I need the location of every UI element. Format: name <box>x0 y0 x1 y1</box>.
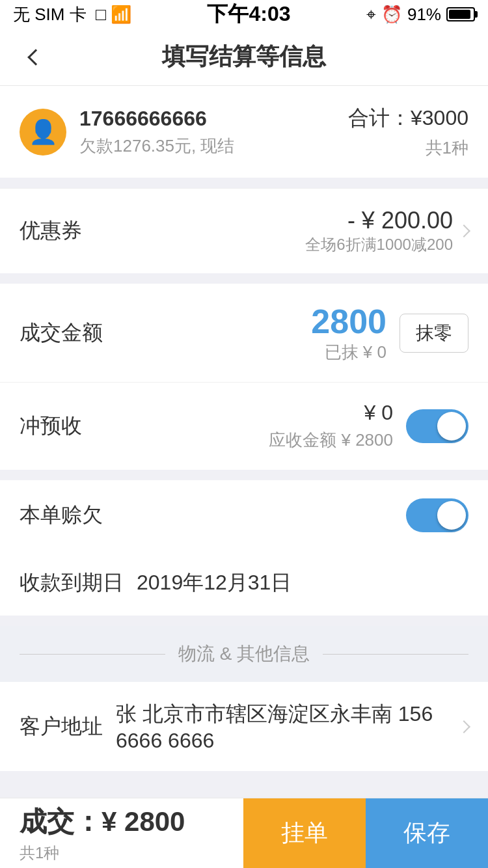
save-button[interactable]: 保存 <box>366 798 488 869</box>
bottom-summary: 成交：¥ 2800 共1种 <box>0 804 243 863</box>
debt-label: 本单赊欠 <box>20 501 103 530</box>
bottom-count: 共1种 <box>20 843 224 863</box>
customer-card: 👤 17666666666 欠款1276.35元, 现结 合计：¥3000 共1… <box>0 86 488 178</box>
total-count: 共1种 <box>348 137 468 159</box>
debt-section: 本单赊欠 收款到期日 2019年12月31日 <box>0 480 488 616</box>
address-value: 张 北京市市辖区海淀区永丰南 156 6666 6666 <box>116 700 459 753</box>
coupon-label: 优惠券 <box>20 217 82 245</box>
logistics-section-header: 物流 & 其他信息 <box>0 626 488 682</box>
coupon-desc: 全场6折满1000减200 <box>305 234 453 255</box>
status-bar: 无 SIM 卡 □ 📶 下午4:03 ⌖ ⏰ 91% <box>0 0 488 29</box>
deal-amount-label: 成交金额 <box>20 319 103 347</box>
page-title: 填写结算等信息 <box>52 41 436 73</box>
battery-percent: 91% <box>407 5 441 25</box>
deal-amount-col: 2800 已抹 ¥ 0 <box>311 302 386 364</box>
deal-sub: 已抹 ¥ 0 <box>311 341 386 364</box>
section-divider-1 <box>0 273 488 284</box>
round-zero-button[interactable]: 抹零 <box>400 314 468 353</box>
status-right: ⌖ ⏰ 91% <box>366 5 475 25</box>
coupon-right: - ¥ 200.00 全场6折满1000减200 <box>305 207 468 255</box>
customer-left: 👤 17666666666 欠款1276.35元, 现结 <box>20 107 234 157</box>
prepay-label: 冲预收 <box>20 412 82 441</box>
debt-toggle[interactable] <box>406 498 468 532</box>
logistics-label: 物流 & 其他信息 <box>178 642 310 666</box>
location-icon: ⌖ <box>366 5 376 25</box>
logistics-line-right <box>323 654 468 655</box>
deal-amount-row: 成交金额 2800 已抹 ¥ 0 抹零 <box>0 284 488 383</box>
deal-section: 成交金额 2800 已抹 ¥ 0 抹零 冲预收 ¥ 0 应收金额 ¥ 2800 <box>0 284 488 470</box>
logistics-line-left <box>20 654 165 655</box>
deal-amount-right: 2800 已抹 ¥ 0 抹零 <box>311 302 468 364</box>
address-chevron-icon <box>457 720 470 733</box>
total-amount: 合计：¥3000 <box>348 104 468 133</box>
bottom-bar: 成交：¥ 2800 共1种 挂单 保存 <box>0 798 488 868</box>
customer-right: 合计：¥3000 共1种 <box>348 104 468 159</box>
customer-debt: 欠款1276.35元, 现结 <box>79 135 234 157</box>
avatar-icon: 👤 <box>29 118 58 146</box>
coupon-discount: - ¥ 200.00 <box>305 207 453 234</box>
bottom-deal-label: 成交：¥ 2800 <box>20 804 224 840</box>
address-row[interactable]: 客户地址 张 北京市市辖区海淀区永丰南 156 6666 6666 <box>0 682 488 771</box>
duedate-label: 收款到期日 <box>20 569 124 597</box>
prepay-amount: ¥ 0 <box>269 401 393 425</box>
chevron-right-icon <box>457 224 470 237</box>
prepay-right: ¥ 0 应收金额 ¥ 2800 <box>269 401 468 452</box>
toggle-thumb <box>437 412 466 441</box>
customer-phone: 17666666666 <box>79 107 234 131</box>
clock-icon: ⏰ <box>381 5 402 25</box>
status-time: 下午4:03 <box>207 0 290 29</box>
prepay-toggle[interactable] <box>406 409 468 443</box>
back-arrow-icon <box>27 49 44 65</box>
status-left: 无 SIM 卡 □ 📶 <box>13 3 131 26</box>
duedate-value: 2019年12月31日 <box>137 569 291 597</box>
debt-row: 本单赊欠 <box>0 480 488 550</box>
bottom-deal-amount: ¥ 2800 <box>102 806 185 837</box>
header: 填写结算等信息 <box>0 29 488 86</box>
debt-toggle-thumb <box>437 501 466 530</box>
main-content: 👤 17666666666 欠款1276.35元, 现结 合计：¥3000 共1… <box>0 86 488 868</box>
back-button[interactable] <box>20 41 52 74</box>
duedate-row: 收款到期日 2019年12月31日 <box>0 550 488 616</box>
customer-info: 17666666666 欠款1276.35元, 现结 <box>79 107 234 157</box>
hold-button[interactable]: 挂单 <box>243 798 366 869</box>
battery-icon <box>446 7 475 21</box>
address-label: 客户地址 <box>20 712 103 741</box>
bottom-deal-prefix: 成交： <box>20 806 102 837</box>
coupon-details: - ¥ 200.00 全场6折满1000减200 <box>305 207 453 255</box>
section-divider-3 <box>0 616 488 626</box>
coupon-row[interactable]: 优惠券 - ¥ 200.00 全场6折满1000减200 <box>0 188 488 273</box>
deal-amount-value: 2800 <box>311 302 386 341</box>
prepay-values: ¥ 0 应收金额 ¥ 2800 <box>269 401 393 452</box>
avatar: 👤 <box>20 109 66 156</box>
prepay-receivable: 应收金额 ¥ 2800 <box>269 429 393 452</box>
section-divider-2 <box>0 470 488 480</box>
prepay-row: 冲预收 ¥ 0 应收金额 ¥ 2800 <box>0 383 488 470</box>
